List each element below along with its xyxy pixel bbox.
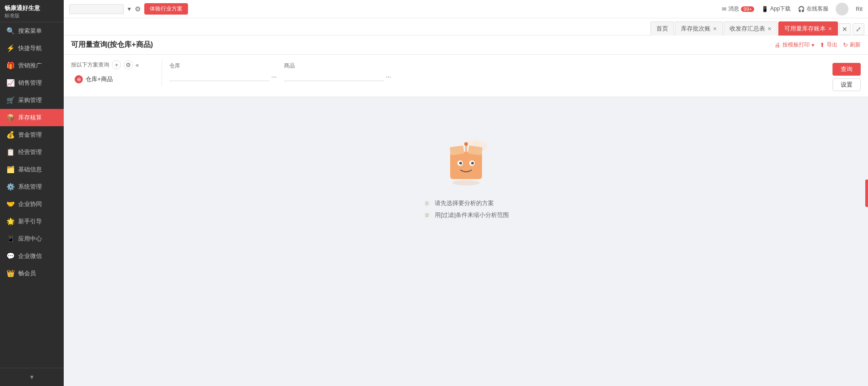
tab-label-recv-summary: 收发存汇总表 — [730, 25, 765, 33]
settings-btn[interactable]: 设置 — [832, 78, 861, 91]
sidebar-item-shortcut[interactable]: ⚡快捷导航 — [0, 40, 64, 57]
sidebar-item-marketing-promo[interactable]: 🎁营销推广 — [0, 57, 64, 74]
app-label: App下载 — [770, 5, 791, 13]
svg-point-8 — [459, 162, 462, 165]
avatar[interactable] — [836, 3, 848, 15]
scheme-settings-btn[interactable]: ⚙ — [124, 60, 133, 69]
sidebar-icon-app-center: 📱 — [6, 235, 15, 243]
sidebar-icon-capital-mgmt: 💰 — [6, 131, 15, 139]
sidebar-icon-vip-member: 👑 — [6, 269, 15, 278]
refresh-icon: ↻ — [843, 41, 848, 48]
sidebar-scroll: 🔍搜索菜单⚡快捷导航🎁营销推广📈销售管理🛒采购管理📦库存核算💰资金管理📋经营管理… — [0, 22, 64, 368]
sidebar-label-search: 搜索菜单 — [18, 27, 42, 35]
sidebar-icon-beginner-guide: 🌟 — [6, 217, 15, 226]
sidebar-item-vip-member[interactable]: 👑畅会员 — [0, 265, 64, 282]
page-content: 可用量查询(按仓库+商品) 🖨 按模板打印 ▾ ⬆ 导出 ↻ 刷新 — [64, 36, 868, 386]
page-header-actions: 🖨 按模板打印 ▾ ⬆ 导出 ↻ 刷新 — [775, 41, 861, 49]
tab-home[interactable]: 首页 — [650, 21, 674, 36]
svg-point-11 — [464, 142, 468, 146]
empty-hint-2: ② 用[过滤]条件来缩小分析范围 — [423, 211, 509, 219]
header-gear-icon[interactable]: ⚙ — [135, 5, 141, 13]
edition-label: 标准版 — [5, 12, 59, 19]
header-search-input[interactable] — [69, 4, 124, 14]
trial-btn[interactable]: 体验行业方案 — [144, 3, 188, 15]
sidebar-label-basic-info: 基础信息 — [18, 165, 42, 174]
sidebar-label-vip-member: 畅会员 — [18, 269, 36, 278]
filter-warehouse-label: 仓库 — [169, 62, 277, 70]
header-service-btn[interactable]: 🎧 在线客服 — [798, 5, 828, 13]
add-scheme-btn[interactable]: + — [112, 60, 121, 69]
svg-rect-3 — [450, 152, 482, 179]
top-header: ▼ ⚙ 体验行业方案 ✉ 消息 99+ 📱 App下载 🎧 在线客服 Rit — [64, 0, 868, 18]
sidebar-item-ops-mgmt[interactable]: 📋经营管理 — [0, 144, 64, 161]
right-edge-indicator — [865, 180, 868, 207]
msg-icon: ✉ — [722, 6, 726, 12]
header-msg-btn[interactable]: ✉ 消息 99+ — [722, 5, 754, 13]
filter-goods-input[interactable] — [284, 72, 384, 81]
sidebar-icon-search: 🔍 — [6, 27, 15, 35]
scheme-item-warehouse-goods[interactable]: ⊕ 仓库+商品 — [71, 73, 156, 86]
filter-goods-input-row: ··· — [284, 72, 391, 81]
print-btn[interactable]: 🖨 按模板打印 ▾ — [775, 41, 814, 49]
tab-expand-btn[interactable]: ⤢ — [853, 23, 864, 35]
filter-goods-dots[interactable]: ··· — [386, 73, 391, 80]
header-right: ✉ 消息 99+ 📱 App下载 🎧 在线客服 Rit — [722, 3, 863, 15]
sidebar-item-sales-mgmt[interactable]: 📈销售管理 — [0, 74, 64, 92]
brand-name: 畅康通好生意 — [5, 5, 59, 12]
sidebar-item-inventory-calc[interactable]: 📦库存核算 — [0, 109, 64, 126]
header-dropdown-btn[interactable]: ▼ — [127, 6, 132, 12]
sidebar-item-purchase-mgmt[interactable]: 🛒采购管理 — [0, 92, 64, 109]
refresh-btn[interactable]: ↻ 刷新 — [843, 41, 861, 49]
filter-warehouse-input-row: ··· — [169, 72, 277, 81]
sidebar-label-shortcut: 快捷导航 — [18, 44, 42, 52]
tab-recv-summary[interactable]: 收发存汇总表✕ — [724, 21, 777, 36]
tab-close-batch-ledger[interactable]: ✕ — [713, 26, 717, 32]
sidebar-item-app-center[interactable]: 📱应用中心 — [0, 230, 64, 247]
msg-label: 消息 — [728, 5, 739, 13]
print-dropdown-icon[interactable]: ▾ — [812, 42, 814, 48]
sidebar-bottom: ▼ — [0, 368, 64, 386]
query-left-panel: 按以下方案查询 + ⚙ « ⊕ 仓库+商品 — [71, 60, 162, 86]
export-label: 导出 — [827, 41, 838, 49]
export-icon: ⬆ — [820, 41, 825, 48]
tab-close-btn[interactable]: ✕ — [839, 23, 851, 35]
sidebar-label-capital-mgmt: 资金管理 — [18, 131, 42, 139]
page-header-bar: 可用量查询(按仓库+商品) 🖨 按模板打印 ▾ ⬆ 导出 ↻ 刷新 — [64, 36, 868, 55]
sidebar-scroll-down[interactable]: ▼ — [0, 372, 64, 382]
main-area: ▼ ⚙ 体验行业方案 ✉ 消息 99+ 📱 App下载 🎧 在线客服 Rit — [64, 0, 868, 386]
header-app-btn[interactable]: 📱 App下载 — [761, 5, 791, 13]
sidebar-item-capital-mgmt[interactable]: 💰资金管理 — [0, 126, 64, 144]
svg-point-9 — [471, 162, 474, 165]
tab-batch-ledger[interactable]: 库存批次账✕ — [675, 21, 723, 36]
sidebar-icon-shortcut: ⚡ — [6, 44, 15, 52]
tab-close-recv-summary[interactable]: ✕ — [767, 26, 772, 32]
tab-label-home: 首页 — [656, 25, 668, 33]
sidebar-item-beginner-guide[interactable]: 🌟新手引导 — [0, 213, 64, 230]
empty-hints: ① 请先选择要分析的方案 ② 用[过滤]条件来缩小分析范围 — [423, 199, 509, 219]
sidebar-item-sys-mgmt[interactable]: ⚙️系统管理 — [0, 178, 64, 196]
empty-svg — [439, 134, 493, 188]
tabs-bar: 首页库存批次账✕收发存汇总表✕可用量库存账本✕ ✕ ⤢ — [64, 18, 868, 36]
username[interactable]: Rit — [856, 6, 863, 12]
filter-warehouse-input[interactable] — [169, 72, 269, 81]
hint-num-2: ② — [423, 211, 431, 219]
app-icon: 📱 — [761, 6, 768, 12]
query-btn[interactable]: 查询 — [832, 63, 861, 76]
sidebar-icon-enterprise-coop: 🤝 — [6, 200, 15, 208]
sidebar-item-enterprise-wechat[interactable]: 💬企业微信 — [0, 247, 64, 265]
filter-warehouse-dots[interactable]: ··· — [271, 73, 277, 80]
hint-text-2: 用[过滤]条件来缩小分析范围 — [435, 211, 509, 219]
tab-close-available-ledger[interactable]: ✕ — [828, 26, 832, 32]
sidebar-icon-basic-info: 🗂️ — [6, 165, 15, 174]
sidebar-logo: 畅康通好生意 标准版 — [0, 0, 64, 22]
sidebar-item-search[interactable]: 🔍搜索菜单 — [0, 22, 64, 40]
export-btn[interactable]: ⬆ 导出 — [820, 41, 838, 49]
sidebar-label-enterprise-coop: 企业协同 — [18, 200, 42, 208]
tab-available-ledger[interactable]: 可用量库存账本✕ — [778, 21, 838, 36]
sidebar-item-enterprise-coop[interactable]: 🤝企业协同 — [0, 196, 64, 213]
page-title: 可用量查询(按仓库+商品) — [71, 40, 153, 50]
sidebar-item-basic-info[interactable]: 🗂️基础信息 — [0, 161, 64, 178]
sidebar-icon-sales-mgmt: 📈 — [6, 79, 15, 87]
scheme-collapse-btn[interactable]: « — [136, 62, 139, 68]
sidebar-label-sales-mgmt: 销售管理 — [18, 79, 42, 87]
